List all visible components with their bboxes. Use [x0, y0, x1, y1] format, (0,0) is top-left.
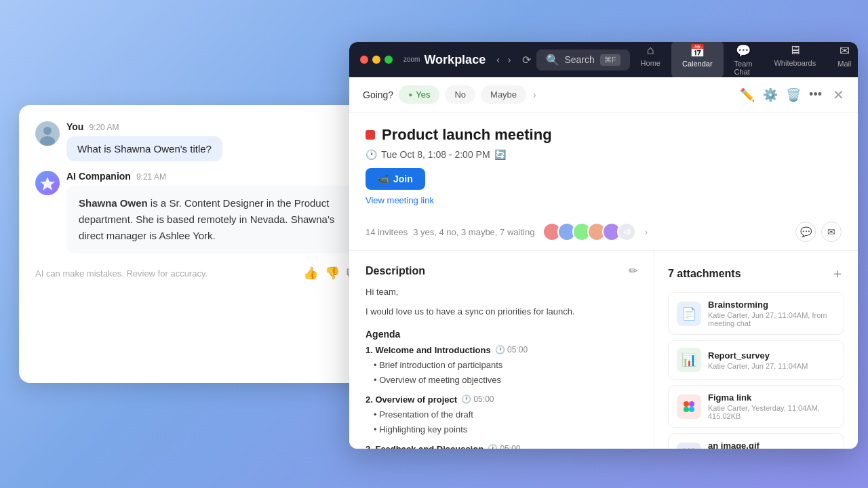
header-actions: ✏️ ⚙️ 🗑️ ••• ✕: [740, 87, 844, 103]
attachment-gif[interactable]: 🖼 an image.gif Jack Lee, Jun 27, 11:04AM…: [668, 433, 844, 449]
attachment-name-2: Report_survey: [708, 350, 835, 361]
edit-event-icon[interactable]: ✏️: [740, 87, 755, 102]
going-chevron-icon[interactable]: ›: [533, 89, 536, 100]
attachments-column: 7 attachments ＋ 📄 Brainstorming Katie Ca…: [654, 251, 858, 449]
nav-home[interactable]: ⌂ Home: [630, 42, 671, 79]
footer-actions: 👍 👎 ⧉: [303, 266, 355, 281]
team-chat-label: Team Chat: [734, 60, 753, 76]
user-message-row: You 9:20 AM What is Shawna Owen's title?: [35, 121, 355, 161]
event-title-row: Product launch meeting: [366, 126, 842, 144]
search-icon: 🔍: [546, 54, 559, 66]
app-name-area: zoom Workplace: [403, 53, 486, 67]
ai-time: 9:21 AM: [136, 172, 166, 182]
thumbs-down-icon[interactable]: 👎: [325, 266, 340, 281]
agenda-1-duration: 🕐 05:00: [495, 345, 528, 354]
email-invitees-button[interactable]: ✉: [821, 222, 842, 242]
forward-button[interactable]: ›: [505, 52, 514, 68]
title-bar: zoom Workplace ‹ › ⟳ 🔍 Search ⌘F ⌂ Home …: [349, 42, 858, 77]
traffic-lights: [360, 56, 393, 64]
whiteboards-icon: 🖥: [789, 43, 801, 58]
ai-disclaimer: AI can make mistakes. Review for accurac…: [35, 268, 208, 279]
svg-marker-3: [40, 177, 55, 190]
add-attachment-button[interactable]: ＋: [831, 264, 844, 283]
search-bar[interactable]: 🔍 Search ⌘F: [536, 49, 630, 70]
invitees-count: 14 invitees: [366, 227, 408, 237]
event-title: Product launch meeting: [382, 126, 552, 144]
attachments-header: 7 attachments ＋: [668, 264, 844, 283]
going-maybe-button[interactable]: Maybe: [481, 85, 526, 104]
user-time: 9:20 AM: [89, 123, 119, 132]
agenda-item-2: 2. Overview of project 🕐 05:00 Presentat…: [366, 394, 637, 437]
attachment-info-2: Report_survey Katie Carter, Jun 27, 11:0…: [708, 350, 835, 370]
going-yes-button[interactable]: Yes: [399, 85, 439, 104]
user-bubble: What is Shawna Owen's title?: [66, 136, 222, 161]
delete-event-icon[interactable]: 🗑️: [786, 87, 801, 102]
back-button[interactable]: ‹: [494, 52, 502, 68]
description-edit-icon[interactable]: ✏: [629, 264, 637, 277]
attachment-info-4: an image.gif Jack Lee, Jun 27, 11:04AM, …: [708, 441, 835, 449]
nav-arrows: ‹ ›: [494, 52, 513, 68]
more-options-icon[interactable]: •••: [809, 87, 822, 102]
user-meta: You 9:20 AM: [66, 121, 222, 132]
join-button[interactable]: Join: [366, 168, 425, 190]
calendar-label: Calendar: [682, 60, 713, 68]
nav-whiteboards[interactable]: 🖥 Whiteboards: [763, 42, 827, 79]
ai-message-row: AI Companion 9:21 AM Shawna Owen is a Sr…: [35, 171, 355, 253]
mail-label: Mail: [837, 60, 851, 68]
invitees-row: 14 invitees 3 yes, 4 no, 3 maybe, 7 wait…: [349, 214, 858, 251]
close-traffic-light[interactable]: [360, 56, 368, 64]
attachment-report[interactable]: 📊 Report_survey Katie Carter, Jun 27, 11…: [668, 340, 844, 380]
attachment-sheet-icon: 📊: [677, 348, 701, 372]
svg-rect-6: [689, 401, 694, 407]
maximize-traffic-light[interactable]: [384, 56, 393, 64]
event-time-row: 🕐 Tue Oct 8, 1:08 - 2:00 PM 🔄: [366, 149, 842, 160]
team-chat-icon: 💬: [736, 43, 751, 58]
settings-event-icon[interactable]: ⚙️: [763, 87, 778, 102]
history-button[interactable]: ⟳: [522, 54, 531, 66]
attachment-info-3: Figma link Katie Carter, Yesterday, 11:0…: [708, 392, 835, 420]
minimize-traffic-light[interactable]: [372, 56, 380, 64]
view-meeting-link[interactable]: View meeting link: [366, 195, 842, 205]
event-color-dot: [366, 130, 375, 140]
attachments-title: 7 attachments: [668, 268, 741, 280]
home-label: Home: [641, 59, 660, 67]
invitee-action-buttons: 💬 ✉: [795, 222, 842, 242]
attachment-name-3: Figma link: [708, 392, 835, 403]
agenda-item-1-subs: Brief introduction of participants Overv…: [366, 358, 637, 388]
message-invitees-button[interactable]: 💬: [795, 222, 816, 242]
attachment-brainstorming[interactable]: 📄 Brainstorming Katie Carter, Jun 27, 11…: [668, 292, 844, 335]
event-datetime: Tue Oct 8, 1:08 - 2:00 PM: [381, 149, 490, 160]
agenda-item-1: 1. Welcome and Introductions 🕐 05:00 Bri…: [366, 345, 637, 388]
avatar-more: +9: [617, 222, 636, 241]
description-header: Description ✏: [366, 264, 637, 277]
ai-name: AI Companion: [66, 171, 131, 182]
desc-greeting: Hi team,: [366, 285, 637, 300]
description-column: Description ✏ Hi team, I would love us t…: [349, 251, 654, 449]
invitees-stats: 3 yes, 4 no, 3 maybe, 7 waiting: [413, 227, 534, 237]
repeat-icon: 🔄: [494, 149, 506, 160]
svg-point-1: [43, 127, 52, 135]
app-title: Workplace: [424, 53, 486, 67]
ai-avatar: [35, 171, 60, 195]
ai-meta: AI Companion 9:21 AM: [66, 171, 355, 182]
nav-calendar[interactable]: 📅 Calendar: [671, 42, 724, 79]
svg-rect-4: [684, 401, 689, 407]
nav-team-chat[interactable]: 💬 Team Chat: [724, 42, 764, 79]
attachment-figma-icon: [677, 394, 701, 419]
close-event-button[interactable]: ✕: [833, 87, 844, 103]
agenda-item-1-title: 1. Welcome and Introductions 🕐 05:00: [366, 345, 637, 355]
nav-mail[interactable]: ✉ Mail: [827, 42, 858, 79]
agenda-3-duration: 🕐 05:00: [488, 444, 520, 449]
clock-icon: 🕐: [366, 149, 377, 160]
agenda-2-duration: 🕐 05:00: [461, 394, 494, 404]
attachment-meta-1: Katie Carter, Jun 27, 11:04AM, from meet…: [708, 311, 835, 327]
going-label: Going?: [363, 89, 393, 100]
thumbs-up-icon[interactable]: 👍: [303, 266, 318, 281]
going-no-button[interactable]: No: [445, 85, 475, 104]
attachment-figma[interactable]: Figma link Katie Carter, Yesterday, 11:0…: [668, 385, 844, 428]
event-content: Product launch meeting 🕐 Tue Oct 8, 1:08…: [349, 113, 858, 449]
attachment-meta-2: Katie Carter, Jun 27, 11:04AM: [708, 362, 835, 370]
search-text: Search: [565, 54, 595, 65]
invitees-chevron-icon[interactable]: ›: [644, 226, 648, 237]
ai-response: Shawna Owen is a Sr. Content Designer in…: [66, 186, 355, 253]
